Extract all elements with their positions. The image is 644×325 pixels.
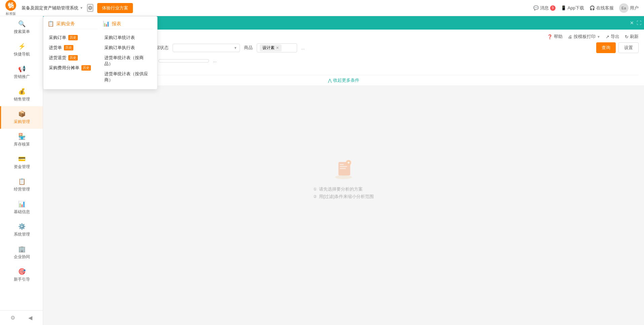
industry-btn[interactable]: 体验行业方案 [97,3,133,13]
enterprise-icon: 🏢 [18,245,26,253]
online-service-btn[interactable]: 🎧 在线客服 [589,5,614,11]
menu-item-goods-return[interactable]: 进货退货 历史 [47,53,98,63]
goods-tag: 设计素 ✕ [260,44,282,51]
settings-btn[interactable]: 设置 [618,42,639,53]
goods-tag-close[interactable]: ✕ [276,46,279,50]
logo-area: 畅 标准版 [5,0,16,16]
dropdown-col-purchase-business: 📋 采购业务 采购订单 历史 进货单 历史 进货退货 历史 采购费用分摊单 历史 [47,21,98,85]
dropdown-col-reports: 📊 报表 采购订单统计表 采购订单执行表 进货单统计表（按商品） 进货单统计表（… [103,21,153,85]
top-bar-right: 💬 消息 9 📱 App下载 🎧 在线客服 Ea 用户 [533,3,639,13]
sidebar-item-operations[interactable]: 📋 经营管理 [0,174,43,196]
empty-state: ① 请先选择要分析的方案 ② 用[过滤]条件来缩小分析范围 [313,155,374,200]
system-icon: ⚙️ [18,223,26,230]
headset-icon: 🎧 [589,5,595,10]
finance-icon: 💳 [18,155,26,163]
sidebar-label-quick-nav: 快捷导航 [14,51,30,57]
logo-text: 标准版 [6,11,16,16]
purchase-dropdown-menu: 📋 采购业务 采购订单 历史 进货单 历史 进货退货 历史 采购费用分摊单 历史 [43,16,157,89]
help-btn[interactable]: ❓ 帮助 [547,34,563,40]
voucher-status-select[interactable] [173,44,240,52]
menu-item-po-stats[interactable]: 采购订单统计表 [103,33,153,43]
refresh-btn[interactable]: ↻ 刷新 [625,34,639,40]
sidebar-item-system[interactable]: ⚙️ 系统管理 [0,219,43,241]
system-title: 装备及固定资产辅助管理系统 [22,5,78,11]
user-menu[interactable]: Ea 用户 [619,3,639,13]
purchase-order-label: 采购订单 [49,35,66,41]
goods-input-area[interactable]: 设计素 ✕ [257,43,297,52]
sidebar-item-inventory[interactable]: 🏪 库存核算 [0,129,43,151]
export-btn[interactable]: ↗ 导出 [606,34,619,40]
collapse-label: 收起更多条件 [333,77,359,83]
menu-item-purchase-order[interactable]: 采购订单 历史 [47,33,98,43]
sidebar-label-guide: 新手引导 [14,277,30,282]
history-badge-3: 历史 [68,55,78,60]
sidebar-item-marketing[interactable]: 📢 营销推广 [0,61,43,84]
svg-point-0 [335,175,352,179]
po-stats-label: 采购订单统计表 [104,35,135,41]
menu-item-po-exec[interactable]: 采购订单执行表 [103,43,153,53]
dropdown-col-label-purchase: 采购业务 [56,21,75,27]
step1-num: ① [313,187,317,192]
refresh-label: 刷新 [630,34,639,40]
goods-receipt-label: 进货单 [49,45,62,51]
svg-rect-2 [340,164,344,165]
inventory-icon: 🏪 [18,133,26,140]
sidebar-item-basic-info[interactable]: 📊 基础信息 [0,196,43,219]
purchase-icon: 📦 [18,110,26,118]
refresh-icon: ↻ [625,34,629,39]
online-service-label: 在线客服 [596,5,614,11]
goods-label: 商品 [244,45,253,51]
sales-person-more-btn[interactable]: ... [213,58,217,63]
notification-badge: 9 [550,5,556,11]
empty-text-row-1: ① 请先选择要分析的方案 [313,186,374,192]
sales-person-input[interactable] [158,59,209,63]
history-badge-1: 历史 [68,35,78,40]
sidebar-item-quick-nav[interactable]: ⚡ 快捷导航 [0,39,43,61]
app-wrapper: 畅 标准版 装备及固定资产辅助管理系统 ▼ ⚙ 体验行业方案 💬 消息 9 📱 … [0,0,644,325]
collapse-sidebar-icon[interactable]: ◀ [28,315,32,321]
tab-fullscreen-icon[interactable]: ⛶ [637,20,641,26]
top-bar: 畅 标准版 装备及固定资产辅助管理系统 ▼ ⚙ 体验行业方案 💬 消息 9 📱 … [0,0,644,16]
empty-text-row-2: ② 用[过滤]条件来缩小分析范围 [313,194,374,200]
sidebar-label-system: 系统管理 [14,232,30,237]
po-exec-label: 采购订单执行表 [104,45,135,51]
sidebar-item-enterprise[interactable]: 🏢 企业协同 [0,241,43,264]
app-download-btn[interactable]: 📱 App下载 [561,5,584,11]
export-icon: ↗ [606,34,609,39]
empty-illustration [330,155,357,182]
sidebar-label-inventory: 库存核算 [14,141,30,147]
menu-item-purchase-expense[interactable]: 采购费用分摊单 历史 [47,63,98,73]
collapse-btn[interactable]: ⋀ 收起更多条件 [328,77,359,83]
notification-btn[interactable]: 💬 消息 9 [533,5,556,11]
basic-info-icon: 📊 [18,200,26,208]
sidebar-item-sales[interactable]: 💰 销售管理 [0,84,43,106]
sidebar-label-operations: 经营管理 [14,187,30,192]
search-icon: 🔍 [18,20,26,28]
sidebar-item-guide[interactable]: 🎯 新手引导 [0,264,43,286]
sidebar-item-purchase[interactable]: 📦 采购管理 [0,106,43,129]
settings-icon-btn[interactable]: ⚙ [87,4,93,12]
system-title-dropdown[interactable]: 装备及固定资产辅助管理系统 ▼ [22,5,83,11]
goods-more-btn[interactable]: ... [301,45,305,50]
marketing-icon: 📢 [18,65,26,73]
settings-bottom-icon[interactable]: ⚙ [10,315,15,321]
operations-icon: 📋 [18,178,26,185]
query-btn[interactable]: 查询 [596,42,616,53]
dropdown-col-title-purchase: 📋 采购业务 [47,21,98,29]
notification-label: 消息 [540,5,549,11]
sidebar-item-search[interactable]: 🔍 搜索菜单 [0,16,43,39]
export-label: 导出 [611,34,619,40]
avatar: Ea [619,3,629,13]
print-dropdown-icon: ▼ [597,35,600,39]
menu-item-goods-receipt[interactable]: 进货单 历史 [47,43,98,53]
step1-text: 请先选择要分析的方案 [319,186,363,192]
menu-item-receipt-by-goods[interactable]: 进货单统计表（按商品） [103,53,153,69]
menu-item-receipt-by-supplier[interactable]: 进货单统计表（按供应商） [103,69,153,85]
tab-bar-right: ✕ ⛶ [630,20,641,26]
sidebar-label-basic-info: 基础信息 [14,209,30,215]
sidebar-item-finance[interactable]: 💳 资金管理 [0,151,43,174]
voucher-status-arrow: ▼ [234,46,237,50]
dropdown-arrow-icon: ▼ [80,6,83,10]
tab-close-all-icon[interactable]: ✕ [630,20,634,26]
print-btn[interactable]: 🖨 按模板打印 ▼ [568,34,600,40]
